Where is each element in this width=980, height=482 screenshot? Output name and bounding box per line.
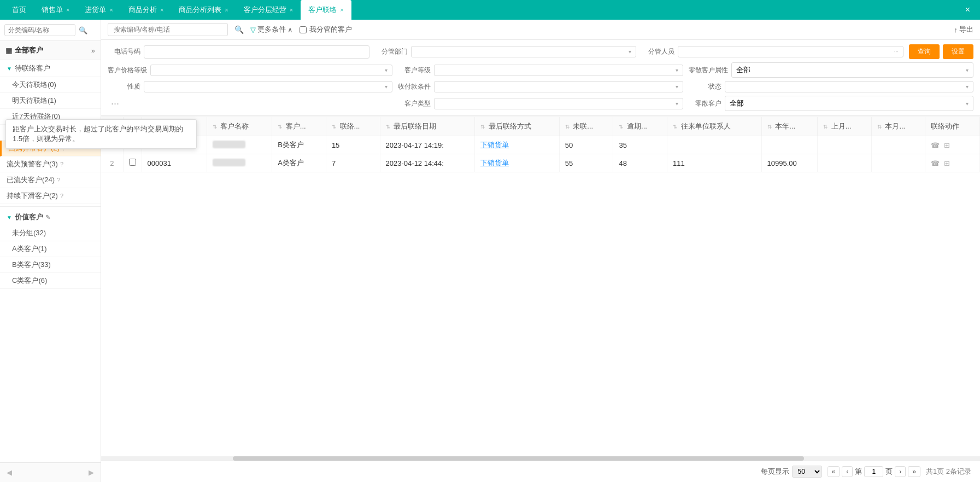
sidebar-item-b-class[interactable]: B类客户(33) (0, 257, 101, 273)
sidebar-all-customers-header[interactable]: ▦ 全部客户 » (0, 41, 101, 60)
nav-home[interactable]: 首页 (4, 0, 34, 20)
sidebar-item-a-class[interactable]: A类客户(1) (0, 241, 101, 257)
export-button[interactable]: ↑ 导出 (954, 25, 974, 34)
filter-branch-dept-dropdown[interactable]: ▾ (411, 46, 637, 57)
row-2-more-icon[interactable]: ⊞ (944, 159, 950, 167)
last-page-button[interactable]: » (908, 466, 920, 477)
sidebar-value-header[interactable]: ▼ 价值客户 ✎ (0, 209, 101, 225)
my-customers-checkbox[interactable] (300, 26, 307, 33)
prev-page-button[interactable]: ‹ (842, 466, 853, 477)
col-this-year[interactable]: 本年... (761, 117, 817, 136)
filter-price-level-dropdown[interactable]: ▾ (150, 65, 392, 76)
row-1-call-icon[interactable]: ☎ (931, 141, 940, 149)
query-button[interactable]: 查询 (909, 44, 940, 59)
lost-preview-hint-icon[interactable]: ? (60, 161, 63, 167)
per-page-select[interactable]: 50 20 100 (792, 466, 822, 478)
horizontal-scrollbar[interactable] (101, 456, 980, 461)
filter-payment-dropdown[interactable]: ▾ (434, 81, 683, 92)
my-customers-checkbox-label[interactable]: 我分管的客户 (300, 25, 352, 34)
sidebar-item-c-class[interactable]: C类客户(6) (0, 273, 101, 289)
search-button[interactable]: 🔍 (234, 25, 244, 34)
filter-bar: 🔍 ▽ 更多条件 ∧ 我分管的客户 ↑ 导出 (101, 20, 980, 40)
col-overdue[interactable]: 逾期... (613, 117, 667, 136)
nav-sales[interactable]: 销售单 × (34, 0, 77, 20)
filter-retail-attr-dropdown[interactable]: 全部 ▾ (731, 62, 973, 78)
search-input[interactable] (108, 23, 228, 36)
row-2-name (207, 154, 272, 172)
row-1-last-method[interactable]: 下销货单 (474, 136, 559, 154)
window-close-button[interactable]: × (960, 5, 976, 15)
settings-button[interactable]: 设置 (943, 44, 973, 59)
nav-customer-segment[interactable]: 客户分层经营 × (236, 0, 301, 20)
main-layout: 🔍 ▦ 全部客户 » ▼ 待联络客户 今天待联络(0) 明天待联络(1) (0, 20, 980, 482)
filter-phone-input[interactable] (144, 45, 369, 59)
sidebar-search-icon[interactable]: 🔍 (79, 26, 87, 34)
current-page-input[interactable] (864, 466, 883, 477)
row-2-code: 000031 (142, 154, 207, 172)
filter-customer-level-dropdown[interactable]: ▾ (434, 65, 683, 76)
sidebar-item-tomorrow[interactable]: 明天待联络(1) (0, 93, 101, 109)
row-2-type: A类客户 (272, 154, 326, 172)
row-1-method-link[interactable]: 下销货单 (480, 141, 509, 149)
sidebar-item-today[interactable]: 今天待联络(0) (0, 77, 101, 93)
sidebar-pending-header[interactable]: ▼ 待联络客户 (0, 60, 101, 77)
filter-gender-label: 性质 (108, 82, 140, 91)
row-2-last-method[interactable]: 下销货单 (474, 154, 559, 172)
nav-product-analysis[interactable]: 商品分析 × (121, 0, 171, 20)
col-unread[interactable]: 未联... (559, 117, 613, 136)
scrollbar-track[interactable] (233, 456, 804, 461)
sidebar-collapse-btn[interactable]: » (91, 47, 95, 55)
sidebar-item-already-lost[interactable]: 已流失客户(24) ? (0, 172, 101, 188)
table-row: 2 000031 A类客户 7 2023-04-12 14:44: 下销货单 5… (101, 154, 980, 172)
nav-product-list-close[interactable]: × (225, 7, 228, 13)
row-1-more-icon[interactable]: ⊞ (944, 141, 950, 149)
col-last-month[interactable]: 上月... (818, 117, 872, 136)
continue-decline-hint-icon[interactable]: ? (60, 193, 63, 199)
filter-customer-type-dropdown[interactable]: ▾ (434, 98, 683, 109)
filter-retail-attr: 零散客户属性 全部 ▾ (689, 62, 973, 78)
nav-product-analysis-close[interactable]: × (160, 7, 163, 13)
nav-product-list[interactable]: 商品分析列表 × (171, 0, 236, 20)
row-2-method-link[interactable]: 下销货单 (480, 159, 509, 167)
filter-branch-person-dropdown[interactable]: ··· (678, 46, 903, 57)
total-records-label: 共1页 2条记录 (926, 467, 971, 477)
sidebar-prev-arrow[interactable]: ◀ (4, 468, 14, 477)
col-customer-type[interactable]: 客户... (272, 117, 326, 136)
nav-customer-contact[interactable]: 客户联络 × (301, 0, 351, 20)
filter-retail-customer-dropdown[interactable]: 全部 ▾ (725, 96, 973, 111)
customers-icon: ▦ (5, 47, 12, 55)
filter-payment-label: 收付款条件 (398, 82, 431, 91)
sidebar-item-ungrouped[interactable]: 未分组(32) (0, 225, 101, 241)
sidebar-item-continue-decline[interactable]: 持续下滑客户(2) ? (0, 188, 101, 204)
col-last-contact-date[interactable]: 最后联络日期 (380, 117, 474, 136)
branch-dept-chevron: ▾ (629, 49, 631, 55)
col-company-contact[interactable]: 往来单位联系人 (667, 117, 761, 136)
first-page-button[interactable]: « (828, 466, 840, 477)
col-contact-count[interactable]: 联络... (326, 117, 380, 136)
sidebar-search-input[interactable] (4, 24, 75, 36)
more-conditions-button[interactable]: ▽ 更多条件 ∧ (250, 25, 293, 34)
sidebar-divider (0, 206, 101, 207)
sidebar-next-arrow[interactable]: ▶ (86, 468, 96, 477)
row-2-checkbox[interactable] (123, 154, 142, 172)
row-2-select[interactable] (129, 159, 136, 166)
more-conditions-chevron: ∧ (287, 26, 293, 34)
col-last-contact-method[interactable]: 最后联络方式 (474, 117, 559, 136)
nav-customer-contact-close[interactable]: × (340, 7, 343, 13)
nav-customer-segment-close[interactable]: × (290, 7, 293, 13)
col-this-month[interactable]: 本月... (871, 117, 925, 136)
sidebar-item-lost-preview[interactable]: 流失预警客户(3) ? (0, 156, 101, 172)
sidebar-edit-icon[interactable]: ✎ (45, 214, 50, 221)
nav-purchase-close[interactable]: × (109, 7, 113, 13)
branch-person-chevron: ··· (894, 49, 899, 55)
already-lost-hint-icon[interactable]: ? (57, 177, 60, 183)
pagination: 每页显示 50 20 100 « ‹ 第 页 › » 共1页 2条记录 (101, 461, 980, 482)
row-2-call-icon[interactable]: ☎ (931, 159, 940, 167)
nav-sales-close[interactable]: × (66, 7, 69, 13)
col-customer-name[interactable]: 客户名称 (207, 117, 272, 136)
filter-gender-dropdown[interactable]: ▾ (144, 81, 392, 92)
filter-status-dropdown[interactable]: ▾ (725, 81, 973, 92)
filter-more-link[interactable]: ··· (108, 98, 122, 109)
nav-purchase[interactable]: 进货单 × (77, 0, 120, 20)
next-page-button[interactable]: › (895, 466, 906, 477)
